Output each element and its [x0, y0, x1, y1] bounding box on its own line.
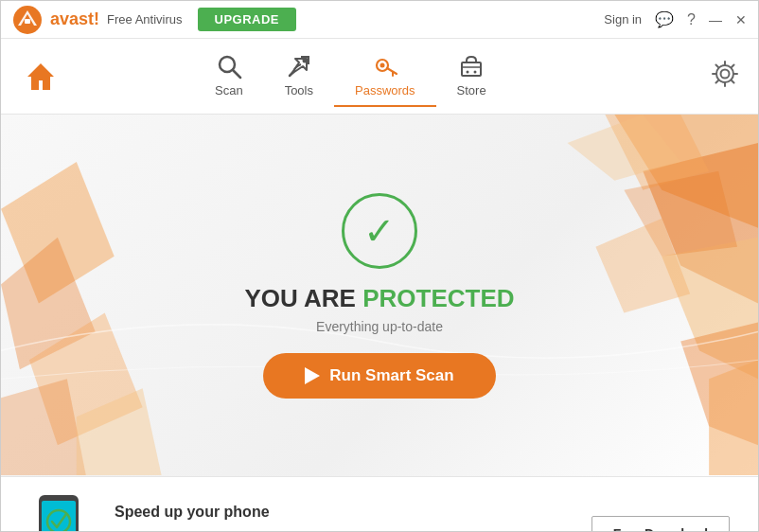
chat-icon[interactable]: 💬: [655, 10, 674, 28]
play-icon: [305, 367, 320, 384]
svg-marker-23: [77, 388, 162, 475]
svg-point-17: [721, 69, 730, 78]
phone-image: [29, 493, 96, 532]
svg-rect-34: [42, 501, 76, 532]
bottom-banner: Speed up your phone Remove junk, play ga…: [1, 476, 758, 532]
svg-marker-26: [662, 238, 758, 380]
nav-label-tools: Tools: [285, 83, 313, 98]
run-smart-scan-button[interactable]: Run Smart Scan: [263, 353, 495, 399]
status-check-circle: ✓: [342, 193, 417, 269]
titlebar-right: Sign in 💬 ? — ✕: [604, 10, 747, 28]
logo-area: avast! Free Antivirus: [12, 5, 183, 35]
nav-label-scan: Scan: [215, 83, 243, 98]
help-icon[interactable]: ?: [687, 11, 696, 28]
nav-item-scan[interactable]: Scan: [194, 45, 264, 107]
run-scan-label: Run Smart Scan: [329, 366, 453, 385]
svg-marker-30: [568, 115, 681, 181]
main-content: ✓ YOU ARE PROTECTED Everything up-to-dat…: [1, 115, 758, 476]
svg-marker-25: [643, 143, 758, 304]
banner-text: Speed up your phone Remove junk, play ga…: [115, 504, 573, 532]
svg-marker-31: [624, 171, 737, 257]
titlebar: avast! Free Antivirus UPGRADE Sign in 💬 …: [1, 1, 758, 39]
svg-rect-3: [25, 19, 30, 24]
nav-items: Scan Tools Passwords: [194, 45, 507, 107]
svg-point-7: [302, 59, 307, 63]
svg-marker-28: [605, 115, 709, 190]
svg-marker-24: [614, 115, 758, 228]
svg-marker-20: [1, 238, 96, 370]
minimize-button[interactable]: —: [709, 12, 722, 27]
status-subtitle: Everything up-to-date: [316, 319, 443, 334]
home-button[interactable]: [20, 56, 62, 98]
svg-marker-4: [27, 63, 54, 90]
svg-marker-29: [709, 360, 758, 475]
protected-area: ✓ YOU ARE PROTECTED Everything up-to-dat…: [244, 193, 514, 399]
svg-marker-22: [1, 379, 86, 475]
check-mark-icon: ✓: [363, 212, 396, 250]
status-highlight: PROTECTED: [362, 284, 514, 312]
sign-in-link[interactable]: Sign in: [604, 12, 642, 27]
svg-marker-32: [595, 219, 690, 313]
svg-point-12: [380, 63, 384, 68]
free-download-button[interactable]: Free Download: [591, 516, 730, 533]
app-name: Free Antivirus: [107, 12, 182, 27]
svg-point-14: [467, 71, 469, 74]
svg-rect-13: [462, 62, 481, 76]
settings-button[interactable]: [711, 60, 739, 94]
banner-title: Speed up your phone: [115, 504, 573, 521]
nav-item-store[interactable]: Store: [436, 45, 507, 107]
status-prefix: YOU ARE: [244, 284, 362, 312]
svg-marker-27: [680, 322, 758, 445]
nav-item-tools[interactable]: Tools: [264, 45, 334, 107]
nav-label-passwords: Passwords: [355, 83, 415, 98]
navbar: Scan Tools Passwords: [1, 39, 758, 115]
svg-line-8: [290, 72, 293, 76]
banner-description: Remove junk, play games faster, and keep…: [115, 526, 573, 532]
svg-point-18: [716, 65, 733, 82]
app-brand: avast!: [50, 9, 99, 29]
nav-label-store: Store: [457, 83, 486, 98]
svg-line-6: [233, 70, 240, 78]
svg-marker-19: [1, 162, 115, 304]
nav-item-passwords[interactable]: Passwords: [334, 45, 436, 107]
status-text: YOU ARE PROTECTED: [244, 284, 514, 313]
svg-marker-21: [29, 312, 143, 445]
close-button[interactable]: ✕: [735, 12, 747, 27]
upgrade-button[interactable]: UPGRADE: [198, 8, 297, 31]
svg-point-15: [474, 71, 477, 74]
avast-logo: [12, 5, 43, 35]
